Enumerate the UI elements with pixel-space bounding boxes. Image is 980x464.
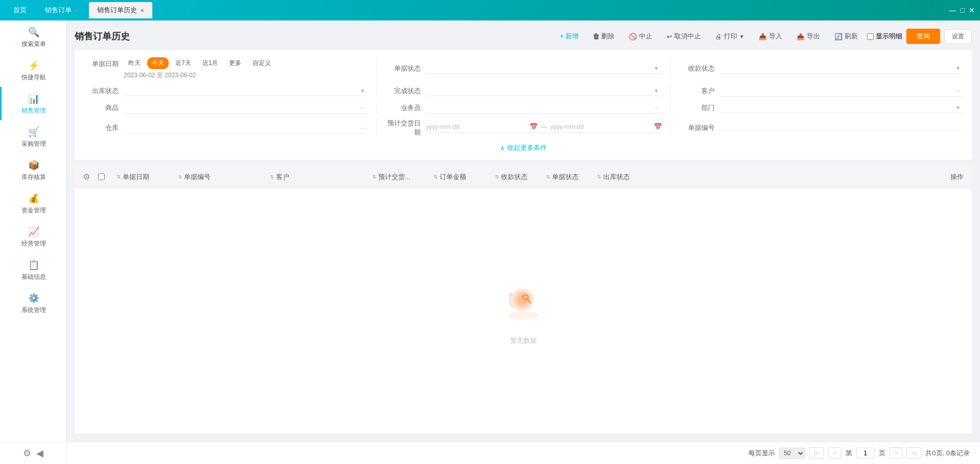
date-btn-yesterday[interactable]: 昨天 — [124, 57, 145, 69]
show-details-checkbox-wrapper[interactable]: 显示明细 — [867, 32, 902, 41]
export-label: 导出 — [807, 32, 820, 41]
tab-sales-order-history[interactable]: 销售订单历史 ✕ — [89, 2, 152, 18]
filter-row-3: 商品 ··· 业务员 ··· 部门 — [83, 102, 964, 114]
complete-status-label: 完成状态 — [385, 86, 426, 96]
delete-label: 🗑 删除 — [592, 32, 614, 41]
th-order-status[interactable]: ⇅ 单据状态 — [542, 172, 593, 182]
last-page-button[interactable]: >| — [906, 447, 921, 459]
next-page-button[interactable]: > — [890, 447, 903, 459]
collapse-bar[interactable]: ∧ 收起更多条件 — [83, 140, 964, 152]
filter-panel: 单据日期 昨天 今天 近7天 近1月 更多 自定义 2023-06-02 至 2… — [75, 50, 972, 160]
select-all-checkbox[interactable] — [98, 173, 105, 180]
th-out-status[interactable]: ⇅ 出库状态 — [593, 172, 644, 182]
th-amount[interactable]: ⇅ 订单金额 — [429, 172, 491, 182]
tab-home[interactable]: 首页 — [5, 2, 35, 18]
product-field[interactable]: ··· — [124, 102, 368, 114]
order-status-label: 单据状态 — [385, 64, 426, 73]
th-delivery-label: 预计交货... — [378, 172, 411, 182]
tab-sales-order[interactable]: 销售订单 ✕ — [37, 2, 87, 18]
th-customer[interactable]: ⇅ 客户 — [266, 172, 368, 182]
date-btn-today[interactable]: 今天 — [147, 57, 169, 69]
date-btn-7days[interactable]: 近7天 — [171, 57, 196, 69]
calendar-from-icon[interactable]: 📅 — [530, 123, 538, 130]
print-label: 打印 — [724, 32, 737, 41]
delete-button[interactable]: 🗑 🗑 删除 — [588, 29, 620, 43]
sidebar-item-search[interactable]: 🔍 搜索菜单 — [0, 20, 66, 54]
sidebar-item-purchase[interactable]: 🛒 采购管理 — [0, 120, 66, 153]
sidebar-item-quick-nav[interactable]: ⚡ 快捷导航 — [0, 54, 66, 87]
th-pay-status[interactable]: ⇅ 收款状态 — [491, 172, 542, 182]
query-button[interactable]: 查询 — [906, 29, 940, 44]
calendar-to-icon[interactable]: 📅 — [654, 123, 662, 130]
th-customer-label: 客户 — [276, 172, 289, 182]
date-btn-1month[interactable]: 近1月 — [198, 57, 223, 69]
page-label: 第 — [846, 449, 852, 458]
stop-button[interactable]: 🚫 中止 — [624, 29, 657, 43]
import-button[interactable]: 📥 导入 — [754, 29, 787, 43]
delivery-date-range: yyyy-mm-dd 📅 — yyyy-mm-dd 📅 — [426, 123, 662, 133]
pay-status-select[interactable]: ▼ — [720, 63, 964, 74]
customer-field[interactable]: ··· — [720, 85, 964, 97]
system-icon: ⚙️ — [28, 293, 39, 304]
out-status-select[interactable]: ▼ — [124, 86, 368, 96]
date-btn-more[interactable]: 更多 — [224, 57, 246, 69]
operations-icon: 📈 — [28, 226, 39, 237]
add-button[interactable]: + 新增 — [555, 29, 584, 43]
tab-list: 首页 销售订单 ✕ 销售订单历史 ✕ — [5, 2, 949, 18]
settings-bottom-icon[interactable]: ⚙ — [23, 448, 31, 459]
first-page-button[interactable]: |< — [809, 447, 824, 459]
sidebar-item-sales[interactable]: 📊 销售管理 — [0, 87, 66, 120]
page-content: 销售订单历史 + 新增 🗑 🗑 删除 🚫 中止 ↩ 取消中止 — [66, 20, 980, 441]
department-select[interactable]: ▼ — [720, 103, 964, 113]
salesman-field[interactable]: ··· — [426, 102, 662, 114]
show-details-label: 显示明细 — [876, 32, 902, 41]
filter-warehouse: 仓库 ··· — [83, 119, 376, 137]
sidebar-finance-label: 资金管理 — [21, 206, 46, 215]
cancel-stop-icon: ↩ — [667, 33, 672, 40]
sidebar-item-system[interactable]: ⚙️ 系统管理 — [0, 286, 66, 320]
th-checkbox[interactable] — [94, 173, 112, 180]
page-number-input[interactable] — [856, 448, 875, 458]
customer-more-icon: ··· — [955, 87, 961, 94]
sidebar-item-operations[interactable]: 📈 经营管理 — [0, 220, 66, 253]
close-window-icon[interactable]: ✕ — [969, 6, 975, 14]
per-page-select[interactable]: 50 100 200 — [779, 448, 805, 459]
date-btn-custom[interactable]: 自定义 — [248, 57, 276, 69]
tab-sales-order-close[interactable]: ✕ — [75, 8, 79, 13]
th-number[interactable]: ⇅ 单据编号 — [174, 172, 266, 182]
customer-label: 客户 — [679, 86, 720, 96]
settings-button[interactable]: 设置 — [944, 29, 972, 44]
th-date[interactable]: ⇅ 单据日期 — [112, 172, 174, 182]
pay-status-label: 收款状态 — [679, 64, 720, 73]
maximize-icon[interactable]: □ — [961, 6, 965, 14]
print-chevron-icon: ▼ — [739, 34, 744, 39]
warehouse-field[interactable]: ··· — [124, 122, 368, 134]
th-settings[interactable]: ⚙ — [79, 172, 94, 182]
print-button[interactable]: 🖨 打印 ▼ — [710, 29, 749, 43]
sidebar-item-base[interactable]: 📋 基础信息 — [0, 253, 66, 286]
show-details-checkbox[interactable] — [867, 33, 874, 40]
stop-icon: 🚫 — [629, 33, 637, 40]
export-icon: 📤 — [796, 33, 805, 40]
sidebar-purchase-label: 采购管理 — [21, 140, 46, 148]
sort-icon-order: ⇅ — [546, 174, 550, 180]
pagination-bar: 每页显示 50 100 200 |< < 第 页 > >| 共0页, 0条记录 — [66, 441, 980, 464]
refresh-button[interactable]: 🔄 刷新 — [829, 29, 863, 43]
minimize-icon[interactable]: — — [949, 6, 956, 14]
order-no-field[interactable] — [720, 126, 964, 130]
window-controls: — □ ✕ — [949, 6, 975, 14]
prev-page-button[interactable]: < — [828, 447, 841, 459]
sidebar-item-finance[interactable]: 💰 资金管理 — [0, 187, 66, 220]
refresh-icon: 🔄 — [834, 33, 842, 40]
cancel-stop-button[interactable]: ↩ 取消中止 — [662, 29, 706, 43]
order-status-select[interactable]: ▼ — [426, 63, 662, 74]
sidebar-item-inventory[interactable]: 📦 库存核算 — [0, 153, 66, 187]
th-delivery[interactable]: ⇅ 预计交货... — [368, 172, 429, 182]
warehouse-label: 仓库 — [83, 123, 124, 132]
complete-status-select[interactable]: ▼ — [426, 86, 662, 96]
tab-sales-order-history-close[interactable]: ✕ — [140, 8, 144, 13]
top-bar: 首页 销售订单 ✕ 销售订单历史 ✕ — □ ✕ — [0, 0, 980, 20]
collapse-sidebar-icon[interactable]: ◀ — [36, 448, 43, 459]
export-button[interactable]: 📤 导出 — [791, 29, 825, 43]
sort-icon-number: ⇅ — [178, 174, 182, 180]
